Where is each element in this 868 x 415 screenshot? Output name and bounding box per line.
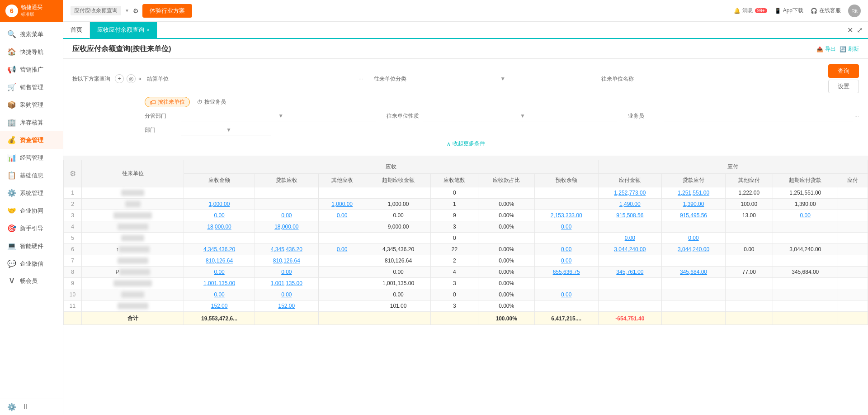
sidebar-item-inventory[interactable]: 🏢 库存核算	[0, 114, 63, 131]
recv-amt[interactable]: 18,000.00	[184, 221, 255, 233]
th-settings[interactable]: ⚙	[64, 160, 82, 187]
recv-amt[interactable]: 0.00	[184, 289, 255, 301]
pay-loan[interactable]: 345,684.00	[662, 267, 726, 278]
pay-loan[interactable]: 0.00	[662, 233, 726, 244]
prepay[interactable]: 2,153,333.00	[534, 210, 598, 221]
recv-loan[interactable]: 0.00	[255, 210, 319, 221]
tab-receivable-query[interactable]: 应收应付余额查询 ×	[90, 21, 157, 38]
recv-loan[interactable]: 152.00	[255, 301, 319, 312]
recv-other[interactable]: 0.00	[318, 210, 366, 221]
sidebar-item-system[interactable]: ⚙️ 系统管理	[0, 184, 63, 202]
scheme-salesman-item[interactable]: ⏱ 按业务员	[197, 98, 226, 106]
settlement-unit-search-icon[interactable]: ···	[359, 76, 363, 82]
sidebar-item-hardware[interactable]: 💻 智能硬件	[0, 237, 63, 255]
collapse-more-button[interactable]: ∧ 收起更多条件	[72, 137, 859, 150]
pay-amt[interactable]: 3,044,240.00	[598, 244, 662, 255]
tab-close-window-icon[interactable]: ✕	[847, 26, 853, 34]
refresh-button[interactable]: 🔄 刷新	[840, 45, 859, 53]
salesman-input[interactable]	[664, 111, 853, 121]
prepay[interactable]: 0.00	[534, 289, 598, 301]
sidebar-item-member[interactable]: V 畅会员	[0, 272, 63, 290]
recv-loan[interactable]: 18,000.00	[255, 221, 319, 233]
partner-name-input[interactable]	[637, 74, 817, 84]
recv-loan[interactable]: 0.00	[255, 267, 319, 278]
topbar-gear-icon[interactable]: ⚙	[133, 7, 139, 14]
sidebar-item-marketing[interactable]: 📢 营销推广	[0, 61, 63, 78]
pay-loan[interactable]: 1,251,551.00	[662, 187, 726, 199]
partner-nature-dropdown[interactable]: ▼	[423, 111, 618, 121]
recv-loan[interactable]: 0.00	[255, 289, 319, 301]
app-download-button[interactable]: 📱 App下载	[774, 7, 803, 14]
recv-count: 2	[431, 255, 478, 267]
settings-footer-icon[interactable]: ⚙️	[7, 403, 16, 411]
scheme-settings-button[interactable]: ◎	[127, 74, 136, 83]
sidebar-item-finance[interactable]: 💰 资金管理	[0, 131, 63, 149]
pay-loan[interactable]: 1,390.00	[662, 199, 726, 210]
pay-loan[interactable]: 915,495.56	[662, 210, 726, 221]
th-recv-ratio: 应收款占比	[478, 174, 534, 187]
online-service-button[interactable]: 🎧 在线客服	[811, 7, 841, 14]
filter-partner-category: 往来单位分类 ▼	[374, 74, 590, 84]
pay-amt[interactable]: 1,252,773.00	[598, 187, 662, 199]
recv-overdue: 810,126.64	[366, 255, 431, 267]
sidebar-item-purchase[interactable]: 📦 采购管理	[0, 96, 63, 114]
prepay[interactable]: 0.00	[534, 244, 598, 255]
recv-other[interactable]: 0.00	[318, 244, 366, 255]
pay-amt[interactable]: 345,761.00	[598, 267, 662, 278]
partner-category-dropdown[interactable]: ▼	[410, 74, 590, 84]
sidebar-item-basic[interactable]: 📋 基础信息	[0, 167, 63, 184]
recv-amt[interactable]: 810,126.64	[184, 255, 255, 267]
filter-settlement-unit: 结算单位 ···	[147, 74, 363, 84]
service-icon: 🎧	[811, 8, 817, 14]
tab-close-icon[interactable]: ×	[147, 28, 150, 33]
pay-amt[interactable]: 915,508.56	[598, 210, 662, 221]
th-pay-overdue: 超期应付货款	[773, 174, 838, 187]
salesman-search-icon[interactable]: ···	[854, 113, 859, 119]
recv-amt[interactable]: 0.00	[184, 267, 255, 278]
filter-section: 按以下方案查询 + ◎ « 结算单位 ··· 往来单位分类 ▼	[63, 59, 868, 156]
pay-amt[interactable]: 1,490.00	[598, 199, 662, 210]
recv-amt[interactable]: 4,345,436.20	[184, 244, 255, 255]
pay-other	[725, 301, 773, 312]
recv-loan[interactable]: 1,001,135.00	[255, 278, 319, 289]
sidebar-item-guide[interactable]: 🎯 新手引导	[0, 219, 63, 237]
breadcrumb-dropdown-icon[interactable]: ▼	[125, 8, 129, 13]
tab-home[interactable]: 首页	[63, 21, 90, 38]
pay-extra	[838, 187, 868, 199]
prepay[interactable]: 0.00	[534, 221, 598, 233]
scheme-collapse-button[interactable]: «	[138, 76, 142, 82]
recv-other[interactable]: 1,000.00	[318, 199, 366, 210]
promo-button[interactable]: 体验行业方案	[142, 4, 192, 18]
collapse-sidebar-icon[interactable]: ⏸	[22, 403, 29, 411]
sidebar-item-label: 新手引导	[20, 224, 43, 233]
prepay[interactable]: 0.00	[534, 255, 598, 267]
user-avatar[interactable]: Rit	[848, 5, 861, 17]
recv-amt[interactable]: 1,000.00	[184, 199, 255, 210]
recv-loan[interactable]: 810,126.64	[255, 255, 319, 267]
pay-overdue[interactable]: 0.00	[773, 210, 838, 221]
recv-amt[interactable]: 0.00	[184, 210, 255, 221]
notice-button[interactable]: 🔔 消息 99+	[734, 7, 767, 14]
dept-dropdown[interactable]: ▼	[181, 111, 376, 121]
settings-button[interactable]: 设置	[828, 80, 859, 93]
section-dept-dropdown[interactable]: ▼	[181, 125, 271, 135]
pay-amt[interactable]: 0.00	[598, 233, 662, 244]
pay-loan[interactable]: 3,044,240.00	[662, 244, 726, 255]
recv-loan[interactable]: 4,345,436.20	[255, 244, 319, 255]
settlement-unit-input[interactable]	[183, 74, 357, 84]
prepay[interactable]: 655,636.75	[534, 267, 598, 278]
query-button[interactable]: 查询	[828, 64, 859, 78]
sidebar-item-operations[interactable]: 📊 经营管理	[0, 149, 63, 167]
sidebar-item-search[interactable]: 🔍 搜索菜单	[0, 25, 63, 43]
sidebar-item-quick[interactable]: 🏠 快捷导航	[0, 43, 63, 61]
scheme-partner-tag[interactable]: 🏷 按往来单位	[145, 97, 190, 107]
add-scheme-button[interactable]: +	[115, 74, 124, 83]
export-button[interactable]: 📤 导出	[816, 45, 836, 53]
sidebar-item-sales[interactable]: 🛒 销售管理	[0, 78, 63, 96]
sidebar-item-wechat[interactable]: 💬 企业微信	[0, 255, 63, 272]
table-settings-gear-icon[interactable]: ⚙	[70, 170, 76, 177]
recv-amt[interactable]: 1,001,135.00	[184, 278, 255, 289]
sidebar-item-collab[interactable]: 🤝 企业协同	[0, 202, 63, 219]
recv-amt[interactable]: 152.00	[184, 301, 255, 312]
tab-maximize-icon[interactable]: ⤢	[857, 26, 863, 34]
